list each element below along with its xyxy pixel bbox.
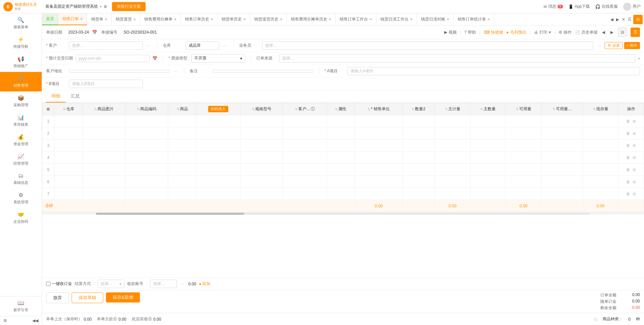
row-action[interactable]: 🗑 ⊕ [618,176,644,188]
form-prev-btn[interactable]: ◀ [601,30,606,35]
copy-icon[interactable]: ⊕ [633,192,636,196]
row-action[interactable]: 🗑 ⊕ [618,152,644,164]
scroll-thumb[interactable] [96,213,244,215]
row-product[interactable] [168,115,196,127]
note-input[interactable] [213,70,313,73]
tab-sales-order[interactable]: 销售订单 ✕ [59,13,87,25]
grid-view-btn[interactable]: ⊟ [618,28,627,37]
tab-sales-report[interactable]: 销售订单统计表 ✕ [454,13,494,25]
tab-sales-expense[interactable]: 销售费用分摊单 ✕ [140,13,181,25]
row-warehouse[interactable] [54,115,83,127]
tab-close-icon[interactable]: ✕ [105,17,107,21]
tab-close-icon[interactable]: ✕ [410,17,413,21]
tab-sales-history[interactable]: 销售订单历史 ✕ [181,13,218,25]
row-main-unit[interactable] [435,115,470,127]
row-attr[interactable] [327,115,355,127]
bproject-input[interactable]: 请输入B项目 [69,80,143,88]
tab-summary[interactable]: 汇总 [66,90,85,103]
message-btn[interactable]: ✉ 消息 9 [543,4,563,9]
sidebar-item-search[interactable]: 🔍 搜索菜单 [0,13,42,33]
date-picker-icon[interactable]: 📅 [152,56,157,61]
row-qty2[interactable] [403,115,435,127]
tab-close-icon[interactable]: ✕ [447,17,449,21]
sidebar-item-purchase[interactable]: 📦 采购管理 [0,91,42,111]
row-spec[interactable] [240,115,283,127]
order-source-input[interactable]: 选择... [279,54,635,63]
row-action[interactable]: 🗑 ⊕ [618,188,644,200]
scan-btn[interactable]: 扫码录入 [208,106,228,112]
copy-icon[interactable]: ⊕ [633,143,636,148]
tab-daily-reconcile[interactable]: 钱货日清对账 ✕ [417,13,454,25]
col-scan[interactable]: 扫码录入 [196,103,240,115]
staff-input[interactable]: 选择... [262,41,593,50]
sidebar-item-basic[interactable]: 🗂 基础信息 [0,169,42,189]
delete-icon[interactable]: 🗑 [626,179,630,184]
save-new-btn[interactable]: 保存&新增 [106,292,140,302]
customer-input[interactable]: 选择... [69,41,143,50]
tab-expense-history[interactable]: 销售费用分摊单历史 ✕ [287,13,336,25]
warehouse-select[interactable]: 成品库 [186,41,219,50]
operation-btn[interactable]: ⚙ 操作 [559,30,572,35]
row-action[interactable]: 🗑 ⊕ [618,139,644,152]
delete-icon[interactable]: 🗑 [626,119,630,124]
sidebar-item-sales[interactable]: 🛒 销售管理 [0,72,42,91]
sidebar-item-guide[interactable]: 📖 新手引导 [0,296,42,316]
tab-close-icon[interactable]: ✕ [211,17,213,21]
payment-method-select[interactable]: 选择... ▾ [98,280,124,288]
sidebar-item-finance[interactable]: 💰 资金管理 [0,130,42,150]
address-more-btn[interactable]: ··· [173,69,179,74]
discard-btn[interactable]: 放弃 [46,292,69,303]
shortcut-btn[interactable]: ⌨ 快捷键 [484,30,503,35]
dropdown-arrow-icon[interactable]: ▾ [100,5,102,8]
address-input[interactable] [69,70,170,73]
print-btn[interactable]: 🖨 打印 ▾ [534,30,551,35]
delete-icon[interactable]: 🗑 [626,155,630,160]
customer-more-btn[interactable]: ··· [146,43,152,48]
delete-icon[interactable]: 🗑 [626,131,630,136]
row-main-qty[interactable] [470,115,506,127]
row-unit[interactable] [355,115,402,127]
tab-close-icon[interactable]: ✕ [369,17,372,21]
row-action[interactable]: 🗑 ⊕ [618,164,644,176]
sidebar-item-enterprise[interactable]: 🤝 企业协同 [0,208,42,228]
tab-close-icon[interactable]: ✕ [280,17,282,21]
copy-icon[interactable]: ⊕ [633,131,636,136]
delivery-input[interactable]: yyyy-mm-dd [76,55,150,62]
calendar-icon[interactable]: 📅 [92,30,97,35]
row-warehouse[interactable] [54,127,83,139]
industry-btn[interactable]: 体验行业方案 [112,2,146,11]
sidebar-item-inventory[interactable]: 📊 库存核算 [0,111,42,130]
copy-icon[interactable]: ⊕ [633,155,636,160]
tab-home[interactable]: 首页 [42,13,59,25]
tabs-next-btn[interactable]: ▶ [615,17,620,22]
col-gear[interactable]: ⚙ [42,103,54,115]
tab-close-icon[interactable]: ✕ [243,17,246,21]
collapse-icon[interactable]: ◀◀ [32,318,38,323]
form-next-btn[interactable]: ▶ [609,30,614,35]
sidebar-item-quicknav[interactable]: ⚡ 快捷导航 [0,33,42,52]
tab-close-icon[interactable]: ✕ [487,17,490,21]
tab-order-workbench[interactable]: 销售订单工作台 ✕ [336,13,376,25]
delete-icon[interactable]: 🗑 [626,143,630,148]
settings-bottom-icon[interactable]: ⚙ [3,318,7,323]
row-action[interactable]: 🗑 ⊕ [618,127,644,139]
help-btn[interactable]: ? 帮助 [464,30,476,35]
save-draft-btn[interactable]: 保存草稿 [72,292,103,303]
account-select[interactable]: 选择... [150,280,177,288]
aproject-input[interactable]: 请输入A项目 [347,67,640,75]
profit-btn[interactable]: ● 毛利预估 [506,30,526,35]
sidebar-item-marketing[interactable]: 📢 营销推广 [0,52,42,72]
user-btn[interactable]: 用户 [623,3,641,11]
tabs-menu-btn[interactable]: ☰ [627,17,633,22]
tab-detail[interactable]: 明细 [46,90,66,103]
history-btn[interactable]: 📄 历史单据 [575,30,598,35]
tab-close-icon[interactable]: ✕ [80,17,83,21]
tabs-prev-btn[interactable]: ◀ [609,17,614,22]
tab-sales-goods[interactable]: 销货单 ✕ [87,13,112,25]
copy-icon[interactable]: ⊕ [633,119,636,124]
row-code[interactable] [125,115,168,127]
scroll-track[interactable] [96,213,590,215]
settings-icon[interactable]: ⚙ [104,4,107,9]
tab-sales-return[interactable]: 销货退货 ✕ [112,13,140,25]
view-btn[interactable]: ▶ 视频 [444,30,457,35]
